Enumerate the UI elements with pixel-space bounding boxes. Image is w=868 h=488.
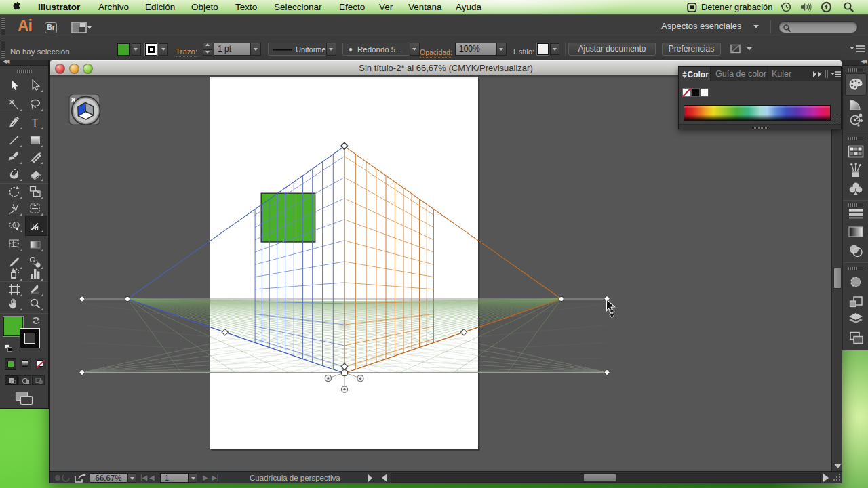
svg-text:T: T: [31, 117, 38, 129]
